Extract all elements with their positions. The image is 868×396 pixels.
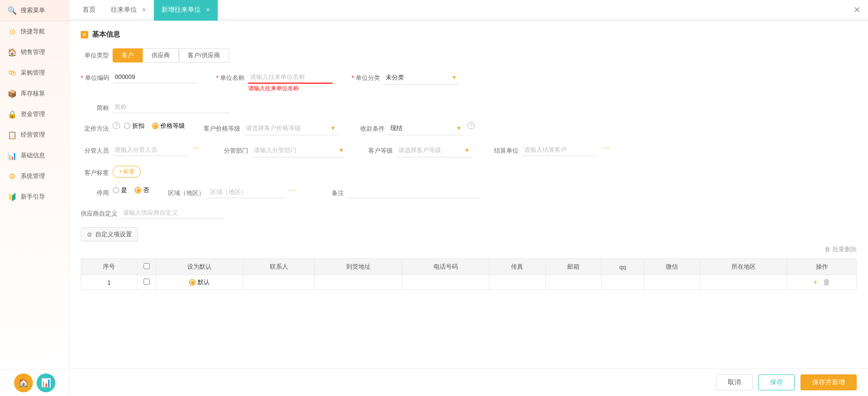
tab-bar: 首页 往来单位 ✕ 新增往来单位 ✕ ✕: [69, 0, 868, 21]
short-name-input[interactable]: [113, 101, 230, 113]
custom-settings-button[interactable]: ⚙ 自定义项设置: [81, 227, 138, 241]
disabled-no-label: 否: [143, 186, 149, 194]
sidebar-item-new-guide[interactable]: 🔰 新手引导: [0, 186, 69, 207]
cancel-button[interactable]: 取消: [716, 374, 753, 390]
unit-name-input[interactable]: [248, 71, 333, 84]
unit-type-label: 单位类型: [81, 48, 109, 60]
row-default: 默认: [156, 275, 243, 290]
finance-icon: 🔒: [8, 109, 17, 119]
col-email: 邮箱: [545, 259, 602, 275]
department-select[interactable]: 请输入分管部门 ▼: [252, 144, 346, 157]
customer-tag-cell: 客户标签 + 标签: [81, 166, 141, 178]
supervisor-more-btn[interactable]: ···: [191, 144, 201, 152]
supervisor-input[interactable]: [113, 144, 188, 156]
customer-price-cell: 客户价格等级 请选择客户价格等级 ▼: [204, 122, 338, 135]
remarks-input[interactable]: [348, 186, 479, 198]
unit-code-input[interactable]: [113, 71, 198, 83]
disabled-label: 停用: [81, 186, 109, 197]
unit-type-row: 单位类型 客户 供应商 客户/供应商: [81, 48, 857, 62]
settlement-label: 结算单位: [490, 144, 518, 155]
col-phone: 电话号码: [402, 259, 489, 275]
sidebar-item-base-info[interactable]: 📊 基础信息: [0, 145, 69, 166]
tab-trade-units[interactable]: 往来单位 ✕: [103, 0, 154, 21]
pricing-level-option[interactable]: 价格等级: [152, 122, 185, 130]
sidebar-item-purchase[interactable]: 🛍 采购管理: [0, 62, 69, 83]
customer-level-cell: 客户等级 请选择客户等级 ▼: [365, 144, 472, 157]
customer-level-placeholder: 请选择客户等级: [398, 146, 441, 155]
tab-home[interactable]: 首页: [75, 0, 103, 21]
batch-delete-icon[interactable]: 🗑: [824, 246, 830, 253]
pricing-help-icon[interactable]: ?: [113, 122, 120, 129]
supplier-custom-row: 供应商自定义: [81, 207, 857, 219]
unit-type-supplier[interactable]: 供应商: [143, 48, 179, 62]
customer-tag-label: 客户标签: [81, 166, 109, 177]
pricing-radio-group: 折扣 价格等级: [124, 122, 185, 130]
row-contact: [243, 275, 315, 290]
col-address: 到货地址: [315, 259, 402, 275]
tab-new-trade-unit-close[interactable]: ✕: [206, 7, 210, 13]
row-add-btn[interactable]: +: [813, 278, 817, 286]
region-more-btn[interactable]: ···: [287, 186, 297, 194]
section-title-icon: F: [81, 31, 88, 39]
payment-help-icon[interactable]: ?: [467, 122, 475, 129]
supplier-custom-input[interactable]: [121, 207, 224, 219]
sidebar-item-search[interactable]: 🔍 搜索菜单: [0, 0, 69, 21]
col-actions: 操作: [787, 259, 857, 275]
unit-type-customer[interactable]: 客户: [113, 48, 143, 62]
row-default-label: 默认: [198, 278, 210, 287]
row-address: [315, 275, 402, 290]
sidebar-item-sales[interactable]: 🏠 销售管理: [0, 42, 69, 62]
save-button[interactable]: 保存: [758, 374, 795, 390]
unit-type-both[interactable]: 客户/供应商: [179, 48, 229, 62]
sidebar-footer-btn2[interactable]: 📊: [37, 373, 55, 392]
col-contact: 联系人: [243, 259, 315, 275]
row-checkbox[interactable]: [144, 279, 150, 285]
sidebar-sales-label: 销售管理: [21, 48, 45, 56]
sidebar-finance-label: 资金管理: [21, 110, 45, 118]
add-tag-button[interactable]: + 标签: [113, 166, 141, 178]
payment-terms-select[interactable]: 现结 ▼: [388, 122, 464, 135]
custom-settings-label: 自定义项设置: [95, 230, 132, 239]
row-qq: [602, 275, 644, 290]
department-chevron: ▼: [338, 147, 344, 154]
unit-code-row: 单位编码 单位名称 请输入往来单位名称 单位分类 未分类 ▼: [81, 71, 857, 93]
customer-price-chevron: ▼: [330, 125, 336, 132]
short-name-cell: 简称: [81, 101, 230, 113]
tab-trade-units-close[interactable]: ✕: [142, 7, 146, 13]
sidebar-inventory-label: 库存核算: [21, 89, 45, 98]
settlement-more-btn[interactable]: ···: [601, 144, 611, 152]
row-delete-btn[interactable]: 🗑: [823, 278, 830, 286]
short-name-label: 简称: [81, 101, 109, 112]
supervisor-row: 分管人员 ··· 分管部门 请输入分管部门 ▼ 客户等级 请选择客户等级 ▼ 结…: [81, 144, 857, 157]
sidebar-footer-btn1[interactable]: 🏠: [14, 373, 33, 392]
col-wechat: 微信: [644, 259, 700, 275]
row-region: [700, 275, 787, 290]
sidebar-item-finance[interactable]: 🔒 资金管理: [0, 104, 69, 124]
tab-new-trade-unit[interactable]: 新增往来单位 ✕: [154, 0, 218, 21]
region-input[interactable]: [208, 186, 283, 198]
table-header-row: 序号 设为默认 联系人 到货地址 电话号码 传真 邮箱 qq 微信 所在地区 操…: [81, 259, 857, 275]
sidebar-item-system[interactable]: ⚙ 系统管理: [0, 166, 69, 186]
remarks-label: 备注: [316, 186, 344, 197]
select-all-checkbox[interactable]: [144, 263, 150, 269]
settlement-input[interactable]: [522, 144, 597, 156]
section-title-text: 基本信息: [92, 30, 120, 39]
batch-delete-label[interactable]: 批量删除: [832, 246, 857, 253]
sidebar-item-operations[interactable]: 📋 经营管理: [0, 124, 69, 145]
operations-icon: 📋: [8, 130, 17, 140]
sidebar: 🔍 搜索菜单 ⊙ 快捷导航 🏠 销售管理 🛍 采购管理 📦 库存核算 🔒 资金管…: [0, 0, 69, 396]
sidebar-item-quick-nav[interactable]: ⊙ 快捷导航: [0, 21, 69, 42]
row-default-option[interactable]: 默认: [161, 278, 238, 287]
sidebar-base-info-label: 基础信息: [21, 151, 45, 160]
disabled-yes-option[interactable]: 是: [113, 186, 127, 194]
sidebar-system-label: 系统管理: [21, 172, 45, 180]
customer-level-select[interactable]: 请选择客户等级 ▼: [396, 144, 472, 157]
pricing-discount-option[interactable]: 折扣: [124, 122, 145, 130]
customer-price-select[interactable]: 请选择客户价格等级 ▼: [244, 122, 338, 135]
sidebar-item-inventory[interactable]: 📦 库存核算: [0, 83, 69, 104]
unit-category-select[interactable]: 未分类 ▼: [384, 71, 459, 85]
tab-bar-close[interactable]: ✕: [852, 3, 862, 17]
save-add-button[interactable]: 保存并新增: [800, 374, 857, 390]
disabled-no-option[interactable]: 否: [135, 186, 149, 194]
unit-code-label: 单位编码: [81, 71, 109, 82]
